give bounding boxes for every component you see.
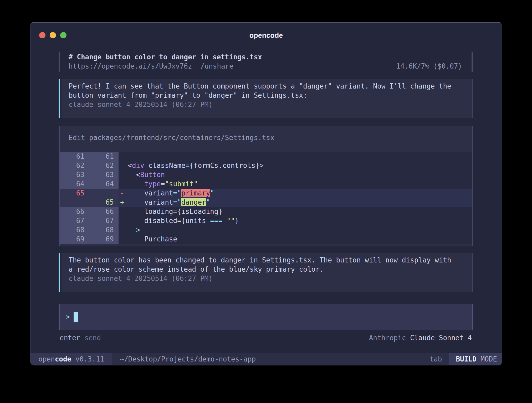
window-title: opencode (30, 32, 502, 40)
unshare-command[interactable]: /unshare (201, 62, 233, 71)
send-action-label: send (84, 333, 101, 343)
new-line-number: 67 (89, 216, 119, 225)
message-accent-bar (59, 253, 60, 292)
new-line-number: 66 (89, 207, 119, 216)
diff-code-line (119, 152, 472, 161)
diff-row: 6161 (60, 152, 472, 161)
new-line-number (89, 189, 119, 198)
app-name-code: code (55, 355, 71, 363)
diff-code-line: disabled={units === ""} (119, 216, 472, 225)
message-accent-bar (59, 79, 60, 118)
old-line-number: 65 (60, 189, 89, 198)
message-body: The button color has been changed to dan… (62, 253, 473, 292)
opencode-terminal-window: opencode # Change button color to danger… (30, 22, 502, 365)
app-version-chip: opencode v0.3.11 (30, 353, 112, 365)
diff-row: 6363 <Button (60, 170, 472, 179)
status-bar: opencode v0.3.11 ~/Desktop/Projects/demo… (30, 353, 502, 365)
diff-row: 6666 loading={isLoading} (60, 207, 472, 216)
added-marker: + (120, 198, 125, 207)
new-line-number: 62 (89, 161, 119, 170)
old-line-number: 62 (60, 161, 89, 170)
message-text-line: The button color has been changed to dan… (69, 256, 461, 265)
tab-key-hint: tab (429, 353, 449, 365)
app-name-open: open (38, 355, 55, 363)
new-line-number: 69 (89, 235, 119, 244)
diff-view: 61616262 <div className={formCs.controls… (60, 152, 472, 244)
input-hint-row: enter send Anthropic Claude Sonnet 4 (59, 333, 473, 343)
diff-code-line: loading={isLoading} (119, 207, 472, 216)
diff-code-line: + variant="danger" (119, 198, 472, 207)
old-line-number: 66 (60, 207, 89, 216)
message-body: Perfect! I can see that the Button compo… (62, 79, 473, 118)
diff-row: 6969 Purchase (60, 235, 472, 244)
model-timestamp-line: claude-sonnet-4-20250514 (06:27 PM) (69, 100, 461, 109)
desktop: opencode # Change button color to danger… (0, 0, 532, 403)
removed-marker: - (120, 189, 125, 198)
app-version: v0.3.11 (71, 355, 104, 363)
window-titlebar[interactable]: opencode (30, 23, 502, 48)
edit-tool-block: Edit packages/frontend/src/containers/Se… (59, 126, 473, 246)
diff-code-line: <Button (119, 170, 472, 179)
old-line-number (60, 198, 89, 207)
diff-code-line: - variant="primary" (119, 189, 472, 198)
old-line-number: 61 (60, 152, 89, 161)
header-right-border (472, 52, 473, 72)
working-directory: ~/Desktop/Projects/demo-notes-app (112, 353, 256, 365)
model-timestamp-line: claude-sonnet-4-20250514 (06:27 PM) (69, 274, 461, 283)
message-text-line: Perfect! I can see that the Button compo… (69, 82, 461, 91)
diff-row: 65- variant="primary" (60, 189, 472, 198)
model-name: Claude Sonnet 4 (410, 334, 472, 342)
diff-row: 6868 > (60, 225, 472, 235)
diff-row: 6767 disabled={units === ""} (60, 216, 472, 225)
message-text-line: button variant from "primary" to "danger… (69, 91, 461, 100)
session-title: # Change button color to danger in setti… (69, 53, 462, 62)
old-line-number: 68 (60, 225, 89, 235)
diff-row: 65+ variant="danger" (60, 198, 472, 207)
enter-key-hint: enter (60, 333, 80, 343)
prompt-chevron: > (66, 313, 70, 321)
new-line-number: 64 (89, 179, 119, 189)
new-line-number: 68 (89, 225, 119, 235)
assistant-message: Perfect! I can see that the Button compo… (59, 79, 473, 118)
diff-code-line: > (119, 225, 472, 235)
prompt-input[interactable]: > (59, 304, 473, 330)
new-line-number: 61 (89, 152, 119, 161)
share-url[interactable]: https://opencode.ai/s/UwJxv76z (69, 62, 192, 71)
diff-row: 6262 <div className={formCs.controls}> (60, 161, 472, 170)
mode-name: BUILD (456, 355, 476, 363)
diff-code-line: <div className={formCs.controls}> (119, 161, 472, 170)
mode-suffix: MODE (477, 355, 497, 363)
message-text-line: a red/rose color scheme instead of the b… (69, 265, 461, 274)
mode-badge[interactable]: BUILD MODE (449, 353, 502, 365)
assistant-message: The button color has been changed to dan… (59, 253, 473, 292)
session-content: # Change button color to danger in setti… (30, 48, 502, 353)
session-header: # Change button color to danger in setti… (59, 52, 473, 72)
diff-row: 6464 type="submit" (60, 179, 472, 189)
provider-name: Anthropic (369, 334, 410, 342)
diff-code-line: type="submit" (119, 179, 472, 189)
token-cost-stats: 14.6K/7% ($0.07) (396, 62, 462, 71)
old-line-number: 64 (60, 179, 89, 189)
old-line-number: 63 (60, 170, 89, 179)
new-line-number: 65 (89, 198, 119, 207)
old-line-number: 67 (60, 216, 89, 225)
diff-code-line: Purchase (119, 235, 472, 244)
new-line-number: 63 (89, 170, 119, 179)
old-line-number: 69 (60, 235, 89, 244)
edit-tool-header: Edit packages/frontend/src/containers/Se… (60, 133, 472, 142)
text-cursor (74, 312, 78, 322)
active-model-info: Anthropic Claude Sonnet 4 (369, 333, 472, 343)
